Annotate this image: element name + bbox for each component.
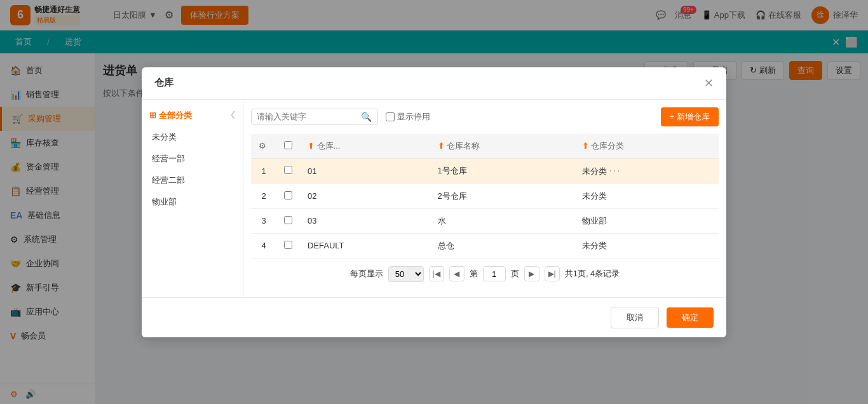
row-code-4: DEFAULT (300, 233, 430, 258)
row-code-3: 03 (300, 208, 430, 233)
row-checkbox-3[interactable] (284, 216, 292, 224)
next-page-btn[interactable]: ▶ (524, 266, 539, 281)
page-number-input[interactable] (483, 266, 506, 281)
modal-title: 仓库 (154, 77, 173, 89)
row-code-2: 02 (300, 184, 430, 208)
row-num-4: 4 (251, 233, 276, 258)
warehouse-modal: 仓库 ✕ ⊞ 全部分类 《 未分类 经营一部 经营二部 物业部 (142, 67, 726, 337)
total-label: 共1页, 4条记录 (565, 268, 620, 279)
row-name-4: 总仓 (430, 233, 574, 258)
first-page-btn[interactable]: |◀ (429, 266, 444, 281)
row-num-1: 1 (251, 158, 276, 184)
col-category: ⬆ 仓库分类 (574, 134, 719, 159)
modal-close-btn[interactable]: ✕ (704, 76, 714, 90)
table-header-row: ⚙ ⬆ 仓库... ⬆ 仓库名称 ⬆ 仓库分类 (251, 134, 719, 159)
table-row[interactable]: 3 03 水 物业部 (251, 208, 719, 233)
grid-icon: ⊞ (149, 111, 156, 120)
row-cat-3: 物业部 (574, 208, 719, 233)
row-check-2[interactable] (276, 184, 300, 208)
modal-footer: 取消 确定 (142, 297, 726, 337)
cat-item-unclassified[interactable]: 未分类 (142, 126, 243, 148)
modal-body: ⊞ 全部分类 《 未分类 经营一部 经营二部 物业部 🔍 (142, 100, 726, 297)
pagination: 每页显示 50 100 200 |◀ ◀ 第 页 ▶ ▶| 共1页, 4条记录 (251, 259, 719, 290)
show-disabled-label[interactable]: 显示停用 (386, 111, 430, 123)
table-row[interactable]: 2 02 2号仓库 未分类 (251, 184, 719, 208)
modal-header: 仓库 ✕ (142, 67, 726, 100)
cat-collapse-icon[interactable]: 《 (226, 110, 235, 121)
row-num-2: 2 (251, 184, 276, 208)
show-disabled-text: 显示停用 (397, 111, 430, 123)
table-area: 🔍 显示停用 + 新增仓库 ⚙ ⬆ 仓库... (243, 100, 726, 297)
page-unit: 页 (511, 268, 519, 279)
modal-overlay: 仓库 ✕ ⊞ 全部分类 《 未分类 经营一部 经营二部 物业部 (0, 0, 868, 404)
col-code: ⬆ 仓库... (300, 134, 430, 159)
cat-item-ops2[interactable]: 经营二部 (142, 170, 243, 191)
last-page-btn[interactable]: ▶| (545, 266, 560, 281)
row-name-2: 2号仓库 (430, 184, 574, 208)
sort-icon: ⬆ (308, 141, 315, 151)
col-name: ⬆ 仓库名称 (430, 134, 574, 159)
row-name-1: 1号仓库 (430, 158, 574, 184)
page-label: 第 (470, 268, 478, 279)
show-disabled-checkbox[interactable] (386, 112, 395, 121)
sort-icon3: ⬆ (582, 141, 589, 151)
row-name-3: 水 (430, 208, 574, 233)
cat-header[interactable]: ⊞ 全部分类 《 (142, 105, 243, 126)
cancel-btn[interactable]: 取消 (611, 307, 659, 328)
row-checkbox-1[interactable] (284, 166, 292, 174)
add-warehouse-btn[interactable]: + 新增仓库 (661, 107, 719, 126)
cat-item-ops1[interactable]: 经营一部 (142, 148, 243, 170)
col-checkbox (276, 134, 300, 159)
cat-item-property[interactable]: 物业部 (142, 191, 243, 213)
confirm-btn[interactable]: 确定 (667, 307, 714, 328)
row-checkbox-2[interactable] (284, 191, 292, 199)
search-icon[interactable]: 🔍 (361, 112, 372, 122)
cat-title-text: 全部分类 (159, 110, 192, 121)
prev-page-btn[interactable]: ◀ (449, 266, 465, 281)
row-cat-1: 未分类 ··· (574, 158, 719, 184)
row-check-1[interactable] (276, 158, 300, 184)
row-cat-4: 未分类 (574, 233, 719, 258)
col-settings: ⚙ (251, 134, 276, 159)
cat-title: ⊞ 全部分类 (149, 110, 192, 121)
warehouse-table: ⚙ ⬆ 仓库... ⬆ 仓库名称 ⬆ 仓库分类 1 01 1号仓库 (251, 134, 719, 259)
row-cat-2: 未分类 (574, 184, 719, 208)
select-all-checkbox[interactable] (284, 141, 292, 149)
table-toolbar: 🔍 显示停用 + 新增仓库 (251, 107, 719, 126)
row-checkbox-4[interactable] (284, 241, 292, 249)
row-num-3: 3 (251, 208, 276, 233)
per-page-label: 每页显示 (350, 268, 383, 279)
row-check-3[interactable] (276, 208, 300, 233)
table-row[interactable]: 1 01 1号仓库 未分类 ··· (251, 158, 719, 184)
category-sidebar: ⊞ 全部分类 《 未分类 经营一部 经营二部 物业部 (142, 100, 243, 297)
search-input[interactable] (257, 112, 358, 121)
table-row[interactable]: 4 DEFAULT 总仓 未分类 (251, 233, 719, 258)
row-dots-1[interactable]: ··· (609, 165, 621, 176)
row-check-4[interactable] (276, 233, 300, 258)
per-page-select[interactable]: 50 100 200 (388, 266, 424, 282)
row-code-1: 01 (300, 158, 430, 184)
search-wrap: 🔍 (251, 109, 378, 125)
sort-icon2: ⬆ (438, 141, 445, 151)
